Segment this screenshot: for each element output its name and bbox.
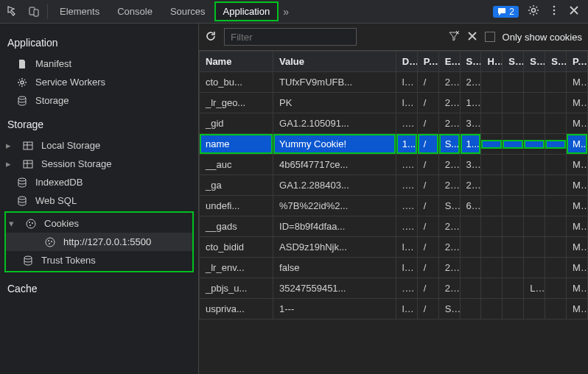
col-path[interactable]: P.. [417,52,438,72]
sidebar-item-session-storage[interactable]: ▸ Session Storage [0,155,198,173]
col-secure[interactable]: S.. [503,52,524,72]
table-row[interactable]: _pbjs_u...35247559451......./2...L...M.. [200,278,588,299]
clear-filter-icon[interactable] [448,30,460,44]
cell-e: 2... [438,175,460,196]
sidebar-item-storage[interactable]: Storage [0,91,198,110]
issues-badge[interactable]: 2 [493,6,519,18]
table-icon [22,141,34,151]
cell-value: %7B%22id%2... [273,196,396,216]
cell-s4 [545,216,567,237]
table-row[interactable]: __auc4b65f47717ce......./2...3...M.. [200,155,588,175]
cell-e: 2... [438,113,460,134]
table-row[interactable]: uspriva...1---l.../S...M.. [200,299,588,320]
tab-sources[interactable]: Sources [161,1,214,21]
refresh-icon[interactable] [205,30,217,44]
cell-value: ID=8b9f4dfaa... [273,216,396,237]
cell-d: l... [396,72,417,93]
cell-e: 2... [438,237,460,258]
sidebar-item-service-workers[interactable]: Service Workers [0,73,198,91]
cell-name: __auc [200,155,273,175]
settings-icon[interactable] [528,4,539,18]
table-row[interactable]: _gidGA1.2.105091......./2...3...M.. [200,113,588,134]
cell-p2: M.. [567,237,588,258]
cell-e: S... [438,134,460,155]
filter-input[interactable] [224,28,357,46]
sidebar-item-websql[interactable]: Web SQL [0,191,198,210]
cell-d: l... [396,93,417,113]
application-sidebar: Application Manifest Service Workers Sto… [0,24,199,374]
sidebar-label: http://127.0.0.1:5500 [63,236,151,247]
sidebar-label: Trust Tokens [41,255,96,266]
cell-name: _lr_env... [200,258,273,278]
table-row[interactable]: cto_bididASD9z19hNjk...l.../2...M.. [200,237,588,258]
cell-s2 [503,258,524,278]
kebab-icon[interactable] [548,4,560,18]
table-header-row: Name Value D.. P.. E.. S.. H.. S.. S.. S… [200,52,588,72]
cell-p: / [417,278,438,299]
cell-name: uspriva... [200,299,273,320]
svg-point-20 [24,256,32,259]
cell-s1 [460,299,481,320]
sidebar-item-manifest[interactable]: Manifest [0,54,198,73]
only-cookies-label: Only show cookies [503,32,582,43]
table-row[interactable]: _gaGA1.2.288403......./2...2...M.. [200,175,588,196]
cell-e: 2... [438,72,460,93]
sidebar-item-trust-tokens[interactable]: Trust Tokens [6,251,192,269]
only-cookies-checkbox[interactable] [485,32,495,42]
col-priority[interactable]: P.. [567,52,588,72]
col-domain[interactable]: D.. [396,52,417,72]
cell-h [481,237,503,258]
col-expires[interactable]: E.. [438,52,460,72]
svg-rect-9 [24,160,32,168]
svg-point-19 [49,243,50,244]
col-size[interactable]: S.. [460,52,481,72]
cell-s4 [545,175,567,196]
cell-s2 [503,278,524,299]
close-devtools-icon[interactable] [569,5,579,18]
col-name[interactable]: Name [200,52,273,72]
svg-point-16 [46,238,55,247]
svg-point-7 [18,96,26,99]
col-value[interactable]: Value [273,52,396,72]
table-row[interactable]: undefi...%7B%22id%2......./S...6...M.. [200,196,588,216]
more-tabs-icon[interactable]: » [279,6,293,18]
sidebar-item-cookies[interactable]: ▾ Cookies [6,214,192,233]
sidebar-item-indexeddb[interactable]: IndexedDB [0,173,198,191]
inspect-icon[interactable] [3,6,24,18]
col-sameparty[interactable]: S.. [545,52,567,72]
database-icon [16,196,28,206]
cell-d: .... [396,155,417,175]
cell-e: 2... [438,258,460,278]
cell-value: PK [273,93,396,113]
table-row[interactable]: _lr_env...falsel.../2...M.. [200,258,588,278]
cell-p2: M.. [567,134,588,155]
cookie-icon [25,219,37,229]
table-row[interactable]: __gadsID=8b9f4dfaa......./2...M.. [200,216,588,237]
cell-s3 [524,175,545,196]
device-icon[interactable] [24,6,44,18]
table-row[interactable]: _lr_geo...PKl.../2...1...M.. [200,93,588,113]
chat-icon [497,7,506,16]
cell-name: _lr_geo... [200,93,273,113]
sidebar-label: Manifest [35,58,71,69]
col-httponly[interactable]: H.. [481,52,503,72]
cell-s3 [524,196,545,216]
cell-d: l... [396,258,417,278]
cell-e: 2... [438,216,460,237]
cell-s2 [503,299,524,320]
col-samesite[interactable]: S.. [524,52,545,72]
tab-console[interactable]: Console [108,1,161,21]
cell-p2: M.. [567,278,588,299]
cell-s1 [460,237,481,258]
cookies-highlight-group: ▾ Cookies http://127.0.0.1:5500 Trust To… [4,211,194,272]
cell-value: 35247559451... [273,278,396,299]
cell-s3 [524,93,545,113]
sidebar-item-cookie-origin[interactable]: http://127.0.0.1:5500 [6,233,192,251]
sidebar-item-local-storage[interactable]: ▸ Local Storage [0,136,198,155]
table-row[interactable]: cto_bu...TUfxFV9mUFB...l.../2...2...M.. [200,72,588,93]
tab-elements[interactable]: Elements [51,1,108,21]
table-row[interactable]: nameYummy Cookie!1.../S...1...M.. [200,134,588,155]
cookies-table: Name Value D.. P.. E.. S.. H.. S.. S.. S… [199,51,588,320]
tab-application[interactable]: Application [214,1,279,21]
clear-all-icon[interactable] [467,31,477,43]
